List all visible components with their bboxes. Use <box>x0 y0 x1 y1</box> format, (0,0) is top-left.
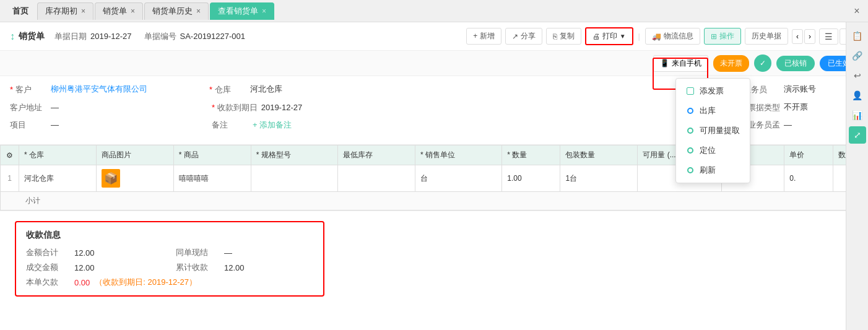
tab-bar: 首页 库存期初 × 销货单 × 销货单历史 × 查看销货单 × × <box>0 0 868 22</box>
print-button[interactable]: 🖨 打印 ▼ <box>585 27 633 45</box>
row-product-img: 📦 <box>96 165 173 192</box>
sidebar-icon-3[interactable]: ↩ <box>849 67 866 84</box>
check-button[interactable]: ✓ <box>754 54 771 72</box>
sidebar-icon-2[interactable]: 🔗 <box>849 47 866 64</box>
main-area: ↕ 销货单 单据日期 2019-12-27 单据编号 SA-20191227-0… <box>0 22 868 330</box>
sidebar-icon-6[interactable]: ⤢ <box>849 126 866 144</box>
add-invoice-item[interactable]: 添发票 <box>676 81 750 101</box>
history-button[interactable]: 历史单据 <box>745 28 788 45</box>
payment-section: 收款信息 金额合计 12.00 同单现结 — 成交金额 12.00 <box>15 221 324 297</box>
payment-title: 收款信息 <box>26 230 313 241</box>
project-label: 项目 <box>10 119 47 131</box>
product-header: * 商品 <box>173 145 251 165</box>
operations-dropdown: 添发票 出库 可用量提取 定位 <box>675 78 750 183</box>
operator-field: 业务员 演示账号 <box>743 84 858 95</box>
sidebar-icon-1[interactable]: 📋 <box>849 27 866 45</box>
product-image: 📦 <box>102 169 120 188</box>
truck-icon: 🚚 <box>652 32 661 41</box>
tab-close-view-sales[interactable]: × <box>262 7 266 15</box>
tab-sales-order[interactable]: 销货单 × <box>95 2 143 20</box>
copy-button[interactable]: ⎘ 复制 <box>546 28 581 45</box>
same-order-item: 同单现结 — <box>176 247 313 258</box>
outbound-item[interactable]: 出库 <box>676 101 750 121</box>
nav-arrows: ‹ › <box>792 29 815 44</box>
available-qty-item[interactable]: 可用量提取 <box>676 121 750 141</box>
operations-button[interactable]: ⊞ 操作 <box>704 28 741 45</box>
tab-sales-history[interactable]: 销货单历史 × <box>144 2 209 20</box>
sidebar-icon-4[interactable]: 👤 <box>849 87 866 104</box>
note-field: 备注 + 添加备注 <box>212 119 292 131</box>
owed-label: 本单欠款 <box>26 277 69 288</box>
row-warehouse: 河北仓库 <box>19 165 97 192</box>
tab-inventory-init[interactable]: 库存期初 × <box>37 2 93 20</box>
row-quantity: 1.00 <box>502 165 560 192</box>
pack-qty-header: 包装数量 <box>560 145 638 165</box>
doc-number-field: 单据编号 SA-20191227-001 <box>144 31 246 42</box>
payment-area: 收款信息 金额合计 12.00 同单现结 — 成交金额 12.00 <box>0 211 868 302</box>
row-unit: 台 <box>415 165 501 192</box>
doc-date-field: 单据日期 2019-12-27 <box>54 31 132 42</box>
doc-meta: 单据日期 2019-12-27 单据编号 SA-20191227-001 <box>54 31 456 42</box>
tab-close-history[interactable]: × <box>196 7 201 15</box>
customer-field: * 客户 柳州粤港平安气体有限公司 <box>10 84 147 95</box>
number-label: 单据编号 <box>144 31 176 42</box>
customer-label: 客户 <box>15 85 32 94</box>
ticket-type-field: * 票据类型 不开票 <box>742 102 858 113</box>
cumulative-value: 12.00 <box>224 263 245 272</box>
total-item: 金额合计 12.00 <box>26 247 163 258</box>
doc-header: ↕ 销货单 单据日期 2019-12-27 单据编号 SA-20191227-0… <box>0 22 868 51</box>
row-spec <box>251 165 337 192</box>
sidebar-icon-5[interactable]: 📊 <box>849 106 866 124</box>
date-label: 单据日期 <box>54 31 87 42</box>
project-field: 项目 — <box>10 119 125 131</box>
locate-label: 定位 <box>700 145 716 156</box>
tab-close-sales[interactable]: × <box>131 7 135 15</box>
prev-button[interactable]: ‹ <box>792 29 803 44</box>
copy-icon: ⎘ <box>553 32 557 41</box>
available-qty-label: 可用量提取 <box>700 125 740 136</box>
warehouse-label: 仓库 <box>215 85 231 94</box>
locate-item[interactable]: 定位 <box>676 141 750 160</box>
not-opened-button[interactable]: 未开票 <box>713 55 749 72</box>
date-value: 2019-12-27 <box>90 32 132 41</box>
quantity-header: * 数量 <box>502 145 560 165</box>
invoice-icon <box>686 87 695 95</box>
grid-icon: ⊞ <box>711 32 717 41</box>
from-phone-button[interactable]: 📱 来自手机 <box>653 55 708 72</box>
logistics-button[interactable]: 🚚 物流信息 <box>645 28 700 45</box>
subtotal-row: 小计 <box>1 192 868 211</box>
product-img-header: 商品图片 <box>96 145 173 165</box>
customer-value[interactable]: 柳州粤港平安气体有限公司 <box>51 84 147 95</box>
window-close-button[interactable]: × <box>846 0 868 22</box>
spec-header: * 规格型号 <box>251 145 337 165</box>
share-button[interactable]: ↗ 分享 <box>505 28 542 45</box>
add-note-button[interactable]: + 添加备注 <box>253 119 292 131</box>
due-date-value: 2019-12-27 <box>261 103 336 113</box>
list-view-button[interactable]: ☰ <box>819 28 838 45</box>
owed-value: 0.00 <box>74 278 90 287</box>
new-button[interactable]: + 新增 <box>466 28 501 45</box>
refresh-icon <box>686 166 695 175</box>
phone-icon: 📱 <box>660 59 669 67</box>
sold-status-button[interactable]: 已核销 <box>776 56 815 71</box>
subtotal-label: 小计 <box>1 192 868 211</box>
tab-close-inventory[interactable]: × <box>81 7 85 15</box>
tab-home[interactable]: 首页 <box>5 2 36 20</box>
owed-item: 本单欠款 0.00 （收款到期日: 2019-12-27） <box>26 277 313 288</box>
action-bar: 📱 来自手机 未开票 ✓ 已核销 已生效 <box>0 51 868 76</box>
salesperson-label: 业务员孟 <box>748 120 780 129</box>
unit-header: * 销售单位 <box>415 145 501 165</box>
min-stock-header: 最低库存 <box>338 145 415 165</box>
same-order-label: 同单现结 <box>176 247 219 258</box>
tab-view-sales[interactable]: 查看销货单 × <box>210 2 274 20</box>
row-unit-price: 0. <box>784 165 833 192</box>
next-button[interactable]: › <box>804 29 815 44</box>
address-field: 客户地址 — <box>10 102 125 113</box>
doc-type-icon: ↕ <box>10 31 15 42</box>
settings-header[interactable]: ⚙ <box>1 145 19 165</box>
address-label: 客户地址 <box>10 102 47 113</box>
print-icon: 🖨 <box>592 32 600 41</box>
refresh-item[interactable]: 刷新 <box>676 160 750 180</box>
payment-grid: 金额合计 12.00 同单现结 — 成交金额 12.00 累计收款 12.00 <box>26 247 313 288</box>
address-value: — <box>51 103 125 113</box>
